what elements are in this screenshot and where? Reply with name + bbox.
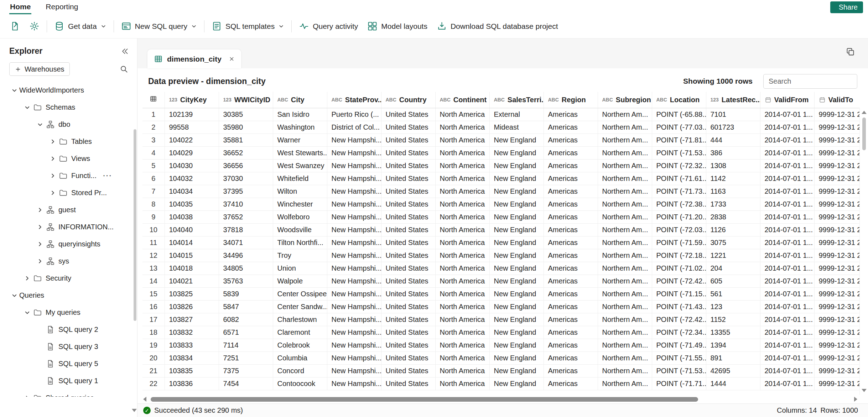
- chevron-down-icon[interactable]: [9, 290, 19, 300]
- table-cell[interactable]: 2014-07-01 1...: [760, 159, 814, 172]
- vertical-scrollbar-thumb[interactable]: [862, 118, 866, 150]
- row-number-cell[interactable]: 20: [142, 351, 165, 364]
- table-cell[interactable]: 34071: [219, 236, 273, 249]
- table-cell[interactable]: United States: [381, 198, 435, 210]
- table-cell[interactable]: North America: [435, 198, 489, 210]
- table-cell[interactable]: New Hampshi...: [327, 223, 381, 236]
- table-cell[interactable]: Northern Am...: [598, 326, 652, 339]
- tree-item-sql-query-5[interactable]: SQL query 5: [0, 355, 137, 372]
- table-cell[interactable]: United States: [381, 159, 435, 172]
- table-cell[interactable]: Northern Am...: [598, 223, 652, 236]
- table-cell[interactable]: North America: [435, 339, 489, 351]
- add-warehouses-button[interactable]: Warehouses: [9, 62, 70, 76]
- table-cell[interactable]: Americas: [544, 313, 598, 326]
- sql-templates-button[interactable]: SQL templates: [207, 18, 289, 35]
- table-cell[interactable]: United States: [381, 377, 435, 390]
- table-cell[interactable]: Northern Am...: [598, 351, 652, 364]
- table-vertical-scrollbar[interactable]: [859, 108, 868, 395]
- chevron-right-icon[interactable]: [35, 256, 45, 266]
- table-search-input[interactable]: [763, 74, 857, 89]
- row-number-cell[interactable]: 10: [142, 223, 165, 236]
- table-cell[interactable]: New England: [489, 326, 544, 339]
- table-cell[interactable]: POINT (-71.71...: [652, 377, 706, 390]
- table-cell[interactable]: Columbia: [273, 351, 327, 364]
- table-cell[interactable]: 104032: [165, 172, 219, 185]
- tree-item-queryinsights[interactable]: queryinsights: [0, 235, 137, 252]
- table-cell[interactable]: Americas: [544, 185, 598, 198]
- table-cell[interactable]: North America: [435, 287, 489, 300]
- table-cell[interactable]: North America: [435, 377, 489, 390]
- tree-item-queries[interactable]: Queries: [0, 287, 137, 304]
- table-cell[interactable]: North America: [435, 134, 489, 146]
- table-cell[interactable]: 37030: [219, 172, 273, 185]
- row-number-cell[interactable]: 4: [142, 146, 165, 159]
- table-cell[interactable]: 2014-07-01 1...: [760, 326, 814, 339]
- table-cell[interactable]: Americas: [544, 262, 598, 275]
- row-number-cell[interactable]: 3: [142, 134, 165, 146]
- table-cell[interactable]: North America: [435, 351, 489, 364]
- table-cell[interactable]: 204: [706, 262, 760, 275]
- table-cell[interactable]: 2014-07-01 1...: [760, 339, 814, 351]
- query-activity-button[interactable]: Query activity: [294, 18, 363, 35]
- table-cell[interactable]: 1163: [706, 185, 760, 198]
- table-cell[interactable]: Northern Am...: [598, 275, 652, 287]
- column-header-location[interactable]: ABCLocation: [652, 92, 706, 108]
- table-cell[interactable]: Center Sandw...: [273, 300, 327, 313]
- column-header-city[interactable]: ABCCity: [273, 92, 327, 108]
- table-cell[interactable]: North America: [435, 146, 489, 159]
- table-cell[interactable]: United States: [381, 172, 435, 185]
- table-cell[interactable]: United States: [381, 108, 435, 121]
- tree-item-functi[interactable]: Functi...···: [0, 167, 137, 184]
- table-cell[interactable]: New England: [489, 300, 544, 313]
- table-cell[interactable]: New England: [489, 185, 544, 198]
- table-cell[interactable]: Northern Am...: [598, 185, 652, 198]
- table-cell[interactable]: Northern Am...: [598, 210, 652, 223]
- tree-item-sql-query-2[interactable]: SQL query 2: [0, 321, 137, 338]
- table-cell[interactable]: 104021: [165, 275, 219, 287]
- tree-item-sys[interactable]: sys: [0, 252, 137, 270]
- table-cell[interactable]: New Hampshi...: [327, 351, 381, 364]
- row-number-cell[interactable]: 5: [142, 159, 165, 172]
- table-cell[interactable]: District of Col...: [327, 121, 381, 134]
- row-number-cell[interactable]: 12: [142, 249, 165, 262]
- tree-item-schemas[interactable]: Schemas: [0, 99, 137, 116]
- table-cell[interactable]: 104018: [165, 262, 219, 275]
- table-cell[interactable]: 561: [706, 287, 760, 300]
- table-cell[interactable]: North America: [435, 108, 489, 121]
- table-cell[interactable]: 1126: [706, 223, 760, 236]
- row-number-cell[interactable]: 6: [142, 172, 165, 185]
- row-number-cell[interactable]: 19: [142, 339, 165, 351]
- table-cell[interactable]: 2014-07-01 1...: [760, 351, 814, 364]
- row-number-cell[interactable]: 18: [142, 326, 165, 339]
- table-cell[interactable]: 7375: [219, 364, 273, 377]
- column-header-country[interactable]: ABCCountry: [381, 92, 435, 108]
- copy-icon[interactable]: [846, 47, 855, 57]
- table-cell[interactable]: New England: [489, 339, 544, 351]
- table-cell[interactable]: Northern Am...: [598, 146, 652, 159]
- scroll-left-icon[interactable]: [143, 397, 146, 402]
- table-cell[interactable]: United States: [381, 351, 435, 364]
- tree-item-my-queries[interactable]: My queries: [0, 304, 137, 321]
- table-cell[interactable]: North America: [435, 275, 489, 287]
- table-cell[interactable]: New England: [489, 262, 544, 275]
- table-cell[interactable]: 35980: [219, 121, 273, 134]
- new-report-button[interactable]: [5, 18, 25, 35]
- table-cell[interactable]: Americas: [544, 121, 598, 134]
- table-cell[interactable]: Americas: [544, 146, 598, 159]
- table-cell[interactable]: New Hampshi...: [327, 198, 381, 210]
- menu-tab-reporting[interactable]: Reporting: [45, 0, 79, 14]
- table-cell[interactable]: New Hampshi...: [327, 326, 381, 339]
- table-cell[interactable]: New Hampshi...: [327, 287, 381, 300]
- table-cell[interactable]: POINT (-72.34...: [652, 326, 706, 339]
- table-cell[interactable]: 2014-07-01 1...: [760, 236, 814, 249]
- table-cell[interactable]: 2014-07-01 1...: [760, 300, 814, 313]
- table-cell[interactable]: New England: [489, 223, 544, 236]
- table-cell[interactable]: Americas: [544, 223, 598, 236]
- table-cell[interactable]: 104030: [165, 159, 219, 172]
- table-cell[interactable]: Walpole: [273, 275, 327, 287]
- table-cell[interactable]: POINT (-72.42...: [652, 275, 706, 287]
- table-cell[interactable]: Americas: [544, 236, 598, 249]
- table-cell[interactable]: Americas: [544, 287, 598, 300]
- table-cell[interactable]: 3075: [706, 236, 760, 249]
- table-cell[interactable]: New Hampshi...: [327, 339, 381, 351]
